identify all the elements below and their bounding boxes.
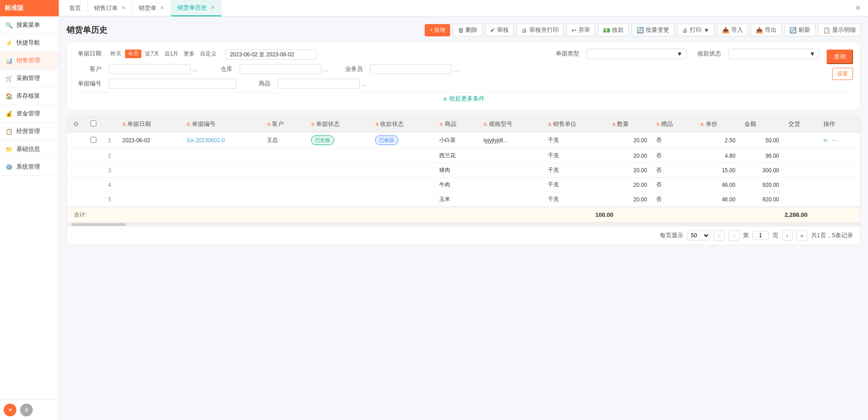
tab-home[interactable]: 首页 (63, 0, 88, 16)
import-button[interactable]: 📥 导入 (717, 24, 748, 36)
sidebar-item-basic-info[interactable]: 📁 基础信息 (0, 140, 59, 158)
td-doc-no[interactable] (182, 192, 262, 207)
row-edit-btn[interactable]: ✏ (823, 137, 828, 144)
th-sales-unit[interactable]: ⇅ 销售单位 (543, 116, 607, 132)
doc-no-input[interactable] (109, 79, 236, 89)
th-unit-price[interactable]: ⇅ 单价 (696, 116, 740, 132)
prev-page-btn[interactable]: ‹ (728, 230, 739, 241)
tab-sales-history[interactable]: 销货单历史 ✕ (171, 0, 221, 16)
customer-input[interactable] (109, 64, 191, 74)
th-doc-date[interactable]: ⇅ 单据日期 (118, 116, 182, 132)
next-page-btn[interactable]: › (782, 230, 793, 241)
date-range-input[interactable] (226, 50, 316, 60)
export-button[interactable]: 📤 导出 (751, 24, 782, 36)
th-gift[interactable]: ⇅ 赠品 (652, 116, 696, 132)
td-goods: 小白菜 (435, 132, 479, 149)
salesperson-input[interactable] (370, 64, 452, 74)
sidebar-bottom-btn-2[interactable]: ⏸ (20, 404, 33, 416)
sidebar-item-purchase-mgmt[interactable]: 🛒 采购管理 (0, 70, 59, 87)
new-button[interactable]: + 新增 (425, 24, 450, 36)
td-action (819, 178, 860, 192)
th-doc-status[interactable]: ⇅ 单据状态 (306, 116, 371, 132)
tab-sales-goods[interactable]: 销货单 ✕ (132, 0, 171, 16)
sidebar-item-system-mgmt[interactable]: ⚙️ 系统管理 (0, 158, 59, 176)
sidebar-bottom-btn-1[interactable]: ☀ (4, 404, 16, 416)
sidebar-item-fund-mgmt[interactable]: 💰 资金管理 (0, 105, 59, 123)
th-spec-type[interactable]: ⇅ 规格型号 (479, 116, 543, 132)
goods-dots[interactable]: ... (361, 80, 367, 87)
td-transaction (784, 178, 819, 192)
td-customer: 王总 (262, 132, 306, 149)
first-page-btn[interactable]: « (714, 230, 725, 241)
sidebar-item-quick-nav[interactable]: ⚡ 快捷导航 (0, 34, 59, 52)
td-doc-no[interactable]: SA-20230602-0 (182, 132, 262, 149)
warehouse-dots[interactable]: ... (323, 65, 329, 73)
settings-button[interactable]: 设置 (832, 68, 853, 80)
row-more-btn[interactable]: ⋯ (832, 137, 837, 144)
tab-bar-close-btn[interactable]: ✕ (851, 4, 864, 12)
td-quantity: 20.00 (607, 149, 652, 163)
shortcut-custom[interactable]: 自定义 (198, 50, 218, 58)
per-page-select[interactable]: 50 100 200 (687, 230, 710, 240)
tab-sales-goods-close[interactable]: ✕ (160, 5, 164, 11)
th-transaction: 交货 (784, 116, 819, 132)
review-button[interactable]: ✔ 审核 (485, 24, 514, 36)
td-doc-no[interactable] (182, 178, 262, 192)
sidebar-item-search-menu[interactable]: 🔍 搜索菜单 (0, 16, 59, 34)
sidebar-item-inventory-calc[interactable]: 🏠 库存核算 (0, 87, 59, 105)
last-page-btn[interactable]: » (797, 230, 808, 241)
sidebar-item-label: 经营管理 (16, 127, 40, 135)
date-shortcuts: 昨天 今天 近7天 近1月 更多 自定义 (109, 50, 218, 58)
query-button[interactable]: 查询 (827, 50, 853, 64)
page-number-input[interactable] (753, 231, 769, 240)
shortcut-7days[interactable]: 近7天 (143, 50, 161, 58)
select-all-checkbox[interactable] (90, 120, 96, 126)
td-gift: 否 (652, 132, 696, 149)
collect-status-select[interactable]: ▼ (728, 49, 819, 59)
warehouse-input[interactable] (240, 64, 321, 74)
td-doc-status (306, 163, 371, 178)
sidebar-item-sales-mgmt[interactable]: 📊 销售管理 (0, 52, 59, 70)
tab-sales-history-close[interactable]: ✕ (211, 5, 215, 10)
th-quantity[interactable]: ⇅ 数量 (607, 116, 652, 132)
collapse-button[interactable]: ∧ 收起更多条件 (74, 92, 853, 105)
th-settings[interactable]: ⚙ (67, 116, 85, 132)
tab-sales-order-close[interactable]: ✕ (121, 5, 125, 11)
shortcut-1month[interactable]: 近1月 (163, 50, 181, 58)
tab-sales-order[interactable]: 销售订单 ✕ (88, 0, 132, 16)
horizontal-scrollbar[interactable] (67, 222, 860, 226)
salesperson-dots[interactable]: ... (454, 65, 459, 73)
goods-input[interactable] (278, 79, 360, 89)
row-checkbox[interactable] (90, 137, 96, 143)
refresh-icon: 🔃 (789, 27, 797, 34)
scrollbar-thumb[interactable] (71, 223, 126, 226)
th-customer[interactable]: ⇅ 客户 (262, 116, 306, 132)
shortcut-yesterday[interactable]: 昨天 (109, 50, 123, 58)
collapse-up-icon: ∧ (443, 95, 447, 102)
sidebar-item-ops-mgmt[interactable]: 📋 经营管理 (0, 123, 59, 140)
td-doc-status (306, 192, 371, 207)
th-collect-status[interactable]: ⇅ 收款状态 (371, 116, 435, 132)
delete-button[interactable]: 🗑 删除 (453, 24, 482, 36)
gear-icon[interactable]: ⚙ (73, 120, 79, 128)
td-gift: 否 (652, 149, 696, 163)
review-print-button[interactable]: 🖨 审核并打印 (517, 24, 564, 36)
collect-button[interactable]: 💵 收款 (598, 24, 629, 36)
doc-type-select[interactable]: ▼ (587, 49, 687, 59)
shortcut-more[interactable]: 更多 (182, 50, 196, 58)
th-doc-no[interactable]: ⇅ 单据编号 (182, 116, 262, 132)
td-doc-no[interactable] (182, 149, 262, 163)
refresh-button[interactable]: 🔃 刷新 (784, 24, 815, 36)
shortcut-today[interactable]: 今天 (125, 50, 141, 58)
filter-row-customer: 客户 ... 仓库 ... 业务员 ... (74, 64, 819, 74)
customer-dots[interactable]: ... (192, 65, 198, 73)
pagination: 每页显示 50 100 200 « ‹ 第 页 › » 共1页，5条记录 (67, 226, 860, 245)
print-button[interactable]: 🖨 打印 ▼ (677, 24, 714, 36)
show-detail-button[interactable]: 📋 显示明细 (818, 24, 861, 36)
th-goods[interactable]: ⇅ 商品 (435, 116, 479, 132)
batch-change-button[interactable]: 🔄 批量变更 (632, 24, 674, 36)
print-icon: 🖨 (682, 27, 688, 34)
sort-icon-doc-status: ⇅ (311, 122, 315, 127)
abandon-button[interactable]: ↩ 弃审 (567, 24, 595, 36)
td-doc-no[interactable] (182, 163, 262, 178)
